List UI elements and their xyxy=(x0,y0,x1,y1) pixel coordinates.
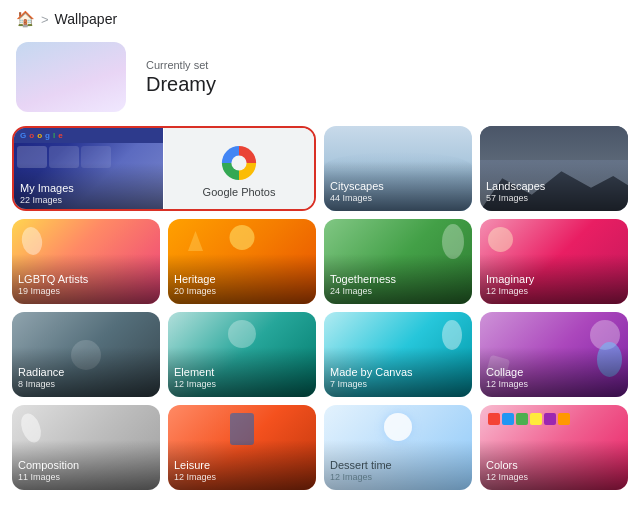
tile-label-imaginary: Imaginary 12 Images xyxy=(480,254,628,304)
tile-lgbtq-artists[interactable]: LGBTQ Artists 19 Images xyxy=(12,219,160,304)
tile-radiance[interactable]: Radiance 8 Images xyxy=(12,312,160,397)
tile-composition[interactable]: Composition 11 Images xyxy=(12,405,160,490)
breadcrumb-separator: > xyxy=(41,12,49,27)
wallpaper-grid-section: G o o g l e My Images 22 Image xyxy=(0,126,640,506)
currently-set-label: Currently set xyxy=(146,59,216,71)
tile-label-radiance: Radiance 8 Images xyxy=(12,347,160,397)
tile-label-google-photos: Google Photos xyxy=(203,186,276,198)
tile-label-heritage: Heritage 20 Images xyxy=(168,254,316,304)
breadcrumb: 🏠 > Wallpaper xyxy=(0,0,640,34)
tile-element[interactable]: Element 12 Images xyxy=(168,312,316,397)
tile-label-my-images: My Images 22 Images xyxy=(14,163,163,211)
tile-made-by-canvas[interactable]: Made by Canvas 7 Images xyxy=(324,312,472,397)
tile-label-collage: Collage 12 Images xyxy=(480,347,628,397)
tile-label-landscapes: Landscapes 57 Images xyxy=(480,161,628,211)
tile-label-dessert-time: Dessert time 12 Images xyxy=(324,440,472,490)
tile-label-lgbtq-artists: LGBTQ Artists 19 Images xyxy=(12,254,160,304)
tile-collage[interactable]: Collage 12 Images xyxy=(480,312,628,397)
tile-dessert-time[interactable]: Dessert time 12 Images xyxy=(324,405,472,490)
tile-landscapes[interactable]: Landscapes 57 Images xyxy=(480,126,628,211)
selected-tiles-group: G o o g l e My Images 22 Image xyxy=(12,126,316,211)
home-icon[interactable]: 🏠 xyxy=(16,10,35,28)
currently-set-info: Currently set Dreamy xyxy=(146,59,216,96)
tile-label-cityscapes: Cityscapes 44 Images xyxy=(324,161,472,211)
tile-label-togetherness: Togetherness 24 Images xyxy=(324,254,472,304)
currently-set-section: Currently set Dreamy xyxy=(0,34,640,126)
page-title: Wallpaper xyxy=(55,11,118,27)
tile-label-composition: Composition 11 Images xyxy=(12,440,160,490)
tile-leisure[interactable]: Leisure 12 Images xyxy=(168,405,316,490)
tile-imaginary[interactable]: Imaginary 12 Images xyxy=(480,219,628,304)
google-photos-logo xyxy=(220,144,258,182)
tile-label-colors: Colors 12 Images xyxy=(480,440,628,490)
tile-cityscapes[interactable]: Cityscapes 44 Images xyxy=(324,126,472,211)
tile-label-made-by-canvas: Made by Canvas 7 Images xyxy=(324,347,472,397)
wallpaper-grid: G o o g l e My Images 22 Image xyxy=(12,126,628,490)
tile-colors[interactable]: Colors 12 Images xyxy=(480,405,628,490)
tile-togetherness[interactable]: Togetherness 24 Images xyxy=(324,219,472,304)
tile-my-images[interactable]: G o o g l e My Images 22 Image xyxy=(14,128,164,211)
svg-point-0 xyxy=(231,155,246,170)
tile-label-element: Element 12 Images xyxy=(168,347,316,397)
tile-google-photos[interactable]: Google Photos xyxy=(164,128,314,211)
tile-label-leisure: Leisure 12 Images xyxy=(168,440,316,490)
tile-heritage[interactable]: Heritage 20 Images xyxy=(168,219,316,304)
current-wallpaper-preview xyxy=(16,42,126,112)
currently-set-name: Dreamy xyxy=(146,73,216,96)
